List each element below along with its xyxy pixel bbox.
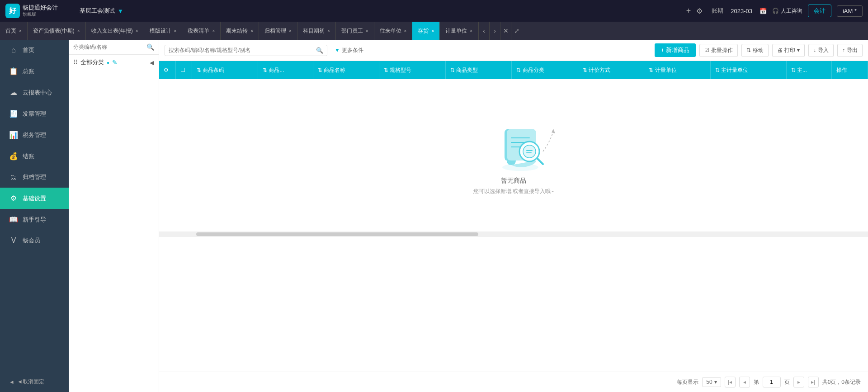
company-selector[interactable]: 基层工会测试 ▼ [80,7,677,15]
sidebar-closing-label: 结账 [23,152,34,161]
sidebar-item-guide[interactable]: 📖 新手引导 [0,209,69,230]
sidebar-item-closing[interactable]: 💰 结账 [0,146,69,167]
scrollbar-thumb[interactable] [196,232,478,236]
tab-balance-close[interactable]: × [77,28,80,33]
th-barcode[interactable]: ⇅ 商品条码 [192,61,258,79]
tab-contacts-close[interactable]: × [404,28,407,33]
tab-income-close[interactable]: × [136,28,138,33]
th-type[interactable]: ⇅ 商品类型 [445,61,512,79]
tab-balance-sheet[interactable]: 资产负债表(中期) × [28,22,86,40]
sidebar-item-ledger[interactable]: 📋 总账 [0,61,69,82]
page-input[interactable] [763,377,781,387]
tab-archive-close[interactable]: × [289,28,292,33]
category-search-input[interactable] [73,44,144,50]
page-size-select[interactable]: 50 ▾ [702,377,721,387]
import-button[interactable]: ↓ 导入 [808,44,834,57]
sidebar-unpin[interactable]: ◄ ◄取消固定 [0,372,69,392]
tab-unit[interactable]: 计量单位 × [440,22,478,40]
category-search-icon[interactable]: 🔍 [146,43,154,51]
empty-svg [486,115,559,179]
print-icon: 🖨 [777,47,783,53]
tab-nav-right[interactable]: › [489,22,500,40]
th-main-short[interactable]: ⇅ 主... [786,61,831,79]
sidebar-item-archive[interactable]: 🗂 归档管理 [0,167,69,188]
per-page-label: 每页显示 [677,378,698,386]
tab-subject-init[interactable]: 科目期初 × [297,22,336,40]
tab-inventory-label: 存货 [418,27,429,35]
th-category[interactable]: ⇅ 商品分类 [512,61,578,79]
tab-period-close[interactable]: × [250,28,253,33]
export-button[interactable]: ↑ 导出 [837,44,863,57]
sidebar-item-invoice[interactable]: 🧾 发票管理 [0,103,69,124]
tab-nav-expand[interactable]: ⤢ [511,22,522,40]
archive-icon: 🗂 [9,173,18,181]
tab-nav-close-all[interactable]: ✕ [500,22,511,40]
empty-subtitle: 您可以选择新增,或者直接导入哦~ [473,188,554,195]
iam-label[interactable]: iAM * [837,5,863,17]
move-button[interactable]: ⇅ 移动 [741,44,769,57]
tab-bar: 首页 × 资产负债表(中期) × 收入支出表(年报) × 模版设计 × 税表清单… [0,22,868,40]
tab-tax-close[interactable]: × [212,28,215,33]
sidebar-item-member[interactable]: V 畅会员 [0,230,69,251]
th-unit[interactable]: ⇅ 计量单位 [644,61,711,79]
tab-inventory-close[interactable]: × [431,28,434,33]
tab-home[interactable]: 首页 × [0,22,28,40]
category-panel: 🔍 ⠿ 全部分类 ● ✎ ◀ [69,40,159,392]
import-icon: ↓ [813,47,816,53]
add-tab-btn[interactable]: + [686,6,691,16]
page-first-btn[interactable]: |◂ [725,377,736,387]
tab-template-close[interactable]: × [174,28,177,33]
tax-icon: 📊 [9,131,18,139]
page-next-btn[interactable]: ▸ [793,377,804,387]
tab-nav-left[interactable]: ‹ [478,22,489,40]
top-header: 好 畅捷通好会计 旗舰版 基层工会测试 ▼ + ⚙ 账期 2023-03 📅 🎧… [0,0,868,22]
tab-income-statement[interactable]: 收入支出表(年报) × [86,22,144,40]
add-product-button[interactable]: + 新增商品 [655,43,696,57]
tab-subject-close[interactable]: × [327,28,330,33]
account-button[interactable]: 会计 [808,5,831,17]
category-collapse-icon[interactable]: ◀ [150,59,154,66]
tab-archive-mgmt[interactable]: 归档管理 × [259,22,297,40]
batch-ops-button[interactable]: ☑ 批量操作 [699,44,738,57]
tab-contacts[interactable]: 往来单位 × [374,22,413,40]
calendar-icon[interactable]: 📅 [760,8,767,14]
sidebar-item-settings[interactable]: ⚙ 基础设置 [0,188,69,209]
settings-gear-icon[interactable]: ⚙ [696,7,703,15]
page-prev-btn[interactable]: ◂ [739,377,750,387]
tab-unit-label: 计量单位 [445,27,467,35]
tab-dept-staff[interactable]: 部门员工 × [336,22,374,40]
tab-inventory[interactable]: 存货 × [412,22,440,40]
page-last-btn[interactable]: ▸| [808,377,819,387]
product-search-icon[interactable]: 🔍 [316,47,323,54]
sidebar-item-home[interactable]: ⌂ 首页 [0,40,69,61]
product-search-input[interactable] [169,47,313,53]
tab-home-close[interactable]: × [19,28,22,33]
th-spec[interactable]: ⇅ 规格型号 [379,61,446,79]
print-button[interactable]: 🖨 打印 ▾ [772,44,805,57]
th-main-unit[interactable]: ⇅ 主计量单位 [710,61,786,79]
cloud-icon: ☁ [9,88,18,97]
consult-button[interactable]: 🎧 人工咨询 [772,7,802,15]
page-prefix-label: 第 [754,378,759,386]
th-pricing[interactable]: ⇅ 计价方式 [578,61,644,79]
th-settings[interactable]: ⚙ [159,61,175,79]
tab-unit-close[interactable]: × [470,28,472,33]
tab-subject-label: 科目期初 [303,27,325,35]
filter-icon: ▼ [335,47,340,53]
tab-dept-label: 部门员工 [341,27,363,35]
horizontal-scrollbar[interactable] [159,231,868,237]
sidebar-item-tax[interactable]: 📊 税务管理 [0,124,69,146]
category-edit-icon[interactable]: ✎ [112,59,118,66]
product-search-box[interactable]: 🔍 [165,45,327,56]
export-label: 导出 [847,47,858,54]
sidebar-item-cloud[interactable]: ☁ 云报表中心 [0,82,69,103]
tab-dept-close[interactable]: × [366,28,368,33]
th-checkbox[interactable]: ☐ [175,61,192,79]
all-categories-label[interactable]: 全部分类 [80,58,104,66]
tab-tax-list[interactable]: 税表清单 × [182,22,221,40]
tab-template-design[interactable]: 模版设计 × [144,22,183,40]
th-name[interactable]: ⇅ 商品名称 [313,61,379,79]
th-code[interactable]: ⇅ 商品... [258,61,313,79]
tab-period-carryover[interactable]: 期末结转 × [221,22,259,40]
more-filter-btn[interactable]: ▼ 更多条件 [331,45,367,56]
